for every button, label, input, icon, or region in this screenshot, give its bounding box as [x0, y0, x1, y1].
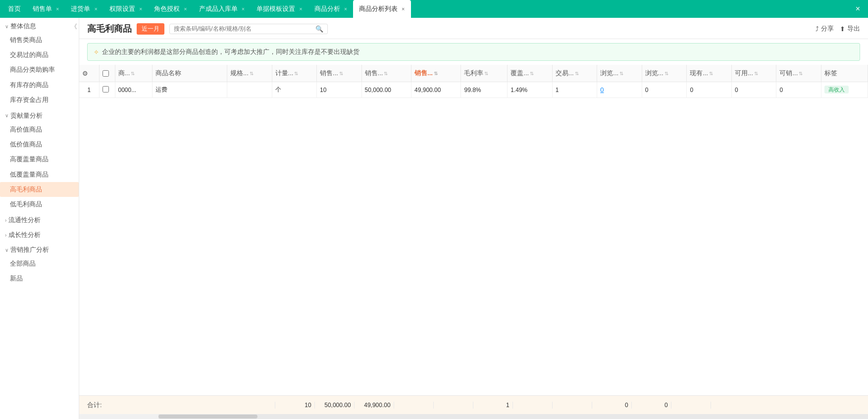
footer-sale-amount: 50,000.00 — [315, 402, 355, 409]
nav-close-sales[interactable]: × — [56, 0, 59, 18]
sidebar-group-growth[interactable]: › 成长性分析 — [0, 227, 79, 241]
col-name: 商品名称 — [152, 65, 227, 82]
search-icon[interactable]: 🔍 — [315, 25, 323, 33]
nav-product-analysis[interactable]: 商品分析 × — [308, 0, 353, 18]
sidebar-item-low-coverage[interactable]: 低覆盖量商品 — [0, 167, 79, 182]
nav-product-analysis-list[interactable]: 商品分析列表 × — [353, 0, 410, 18]
info-banner: ✧ 企业的主要的利润都是这部分商品创造的，可考虑加大推广，同时关注库存是不要出现… — [87, 43, 860, 61]
nav-close-roles[interactable]: × — [184, 0, 187, 18]
sidebar-item-high-value[interactable]: 高价值商品 — [0, 122, 79, 137]
row-saleable-stock: 0 — [776, 82, 821, 98]
row-view1[interactable]: 0 — [597, 82, 642, 98]
col-settings[interactable]: ⚙ — [79, 65, 99, 82]
col-current-stock[interactable]: 现有...⇅ — [687, 65, 732, 82]
top-nav: 首页 销售单 × 进货单 × 权限设置 × 角色授权 × 产成品入库单 × 单据… — [0, 0, 868, 18]
nav-close-product-analysis[interactable]: × — [344, 0, 347, 18]
sidebar: 《 ∨ 整体信息 销售类商品 交易过的商品 商品分类助购率 有库存的商品 库存资… — [0, 18, 79, 419]
sidebar-item-high-coverage[interactable]: 高覆盖量商品 — [0, 152, 79, 167]
nav-permissions[interactable]: 权限设置 × — [103, 0, 148, 18]
sidebar-item-sales-goods[interactable]: 销售类商品 — [0, 33, 79, 47]
footer-saleable-spacer — [671, 402, 711, 409]
nav-close-product-inbound[interactable]: × — [242, 0, 245, 18]
sidebar-item-traded-goods[interactable]: 交易过的商品 — [0, 47, 79, 62]
nav-close-purchase[interactable]: × — [94, 0, 97, 18]
sidebar-group-contribution[interactable]: ∨ 贡献量分析 — [0, 107, 79, 122]
row-tag: 高收入 — [821, 82, 868, 98]
nav-roles[interactable]: 角色授权 × — [148, 0, 193, 18]
col-tag: 标签 — [821, 65, 868, 82]
row-name: 运费 — [152, 82, 227, 98]
sidebar-item-stock-capital[interactable]: 库存资金占用 — [0, 93, 79, 107]
nav-template-settings[interactable]: 单据模板设置 × — [251, 0, 308, 18]
main-layout: 《 ∨ 整体信息 销售类商品 交易过的商品 商品分类助购率 有库存的商品 库存资… — [0, 18, 868, 419]
footer-view1-spacer — [513, 402, 553, 409]
col-gross-rate[interactable]: 毛利率⇅ — [461, 65, 508, 82]
row-sale-amount: 50,000.00 — [361, 82, 411, 98]
info-icon: ✧ — [94, 48, 99, 56]
horizontal-scrollbar[interactable] — [158, 415, 257, 419]
col-sku-code[interactable]: 商...⇅ — [115, 65, 152, 82]
footer-available-stock: 0 — [632, 402, 671, 409]
select-all-checkbox[interactable] — [102, 70, 109, 77]
footer-current-stock: 0 — [592, 402, 632, 409]
sidebar-item-all-goods[interactable]: 全部商品 — [0, 256, 79, 271]
row-select-checkbox[interactable] — [102, 86, 109, 93]
sidebar-group-liquidity-arrow: › — [5, 218, 6, 223]
col-coverage[interactable]: 覆盖...⇅ — [508, 65, 553, 82]
nav-close-template[interactable]: × — [299, 0, 302, 18]
row-current-stock: 0 — [687, 82, 732, 98]
col-checkbox — [99, 65, 115, 82]
row-index: 1 — [79, 82, 99, 98]
nav-home[interactable]: 首页 — [2, 0, 27, 18]
footer-total: 合计: 10 50,000.00 49,900.00 1 0 0 — [79, 395, 868, 414]
content-header: 高毛利商品 近一月 🔍 ⤴ 分享 ⬆ 导出 — [79, 18, 868, 39]
nav-product-inbound[interactable]: 产成品入库单 × — [193, 0, 251, 18]
row-sale-cost: 49,900.00 — [411, 82, 461, 98]
export-button[interactable]: ⬆ 导出 — [840, 24, 860, 33]
sidebar-group-liquidity[interactable]: › 流通性分析 — [0, 212, 79, 227]
time-filter-button[interactable]: 近一月 — [137, 23, 164, 35]
sidebar-item-low-value[interactable]: 低价值商品 — [0, 137, 79, 152]
col-unit[interactable]: 计量...⇅ — [272, 65, 317, 82]
col-sale-qty[interactable]: 销售...⇅ — [317, 65, 362, 82]
sidebar-group-marketing[interactable]: ∨ 营销推广分析 — [0, 241, 79, 256]
sidebar-item-new-goods[interactable]: 新品 — [0, 271, 79, 286]
col-saleable-stock[interactable]: 可销...⇅ — [776, 65, 821, 82]
row-trade-count: 1 — [552, 82, 597, 98]
share-button[interactable]: ⤴ 分享 — [816, 24, 834, 33]
sidebar-group-marketing-arrow: ∨ — [5, 247, 8, 253]
col-view1[interactable]: 浏览...⇅ — [597, 65, 642, 82]
sidebar-group-growth-arrow: › — [5, 233, 6, 238]
col-view2[interactable]: 浏览...⇅ — [642, 65, 687, 82]
col-available-stock[interactable]: 可用...⇅ — [731, 65, 776, 82]
row-coverage: 1.49% — [508, 82, 553, 98]
row-sale-qty: 10 — [317, 82, 362, 98]
page-title: 高毛利商品 — [87, 23, 132, 35]
sidebar-item-low-margin[interactable]: 低毛利商品 — [0, 197, 79, 212]
nav-close-product-analysis-list[interactable]: × — [402, 0, 405, 18]
nav-sales[interactable]: 销售单 × — [27, 0, 65, 18]
col-sale-amount[interactable]: 销售...⇅ — [361, 65, 411, 82]
row-available-stock: 0 — [731, 82, 776, 98]
header-actions: ⤴ 分享 ⬆ 导出 — [816, 24, 860, 33]
sidebar-item-category-rate[interactable]: 商品分类助购率 — [0, 62, 79, 77]
sidebar-item-in-stock-goods[interactable]: 有库存的商品 — [0, 78, 79, 93]
row-checkbox[interactable] — [99, 82, 115, 98]
search-input[interactable] — [174, 25, 312, 32]
footer-spacer — [107, 402, 275, 409]
nav-close-permissions[interactable]: × — [139, 0, 142, 18]
nav-purchase[interactable]: 进货单 × — [65, 0, 103, 18]
footer-label: 合计: — [87, 401, 102, 410]
col-trade[interactable]: 交易...⇅ — [552, 65, 597, 82]
sidebar-collapse-button[interactable]: 《 — [69, 22, 79, 32]
col-spec[interactable]: 规格...⇅ — [227, 65, 272, 82]
row-gross-rate: 99.8% — [461, 82, 508, 98]
footer-trade-count: 1 — [473, 402, 513, 409]
table-row: 1 0000... 运费 个 10 50,000.00 49,900.00 99… — [79, 82, 868, 98]
sidebar-item-high-margin[interactable]: 高毛利商品 — [0, 182, 79, 197]
row-sku-code: 0000... — [115, 82, 152, 98]
table-container: ⚙ 商...⇅ 商品名称 规格...⇅ — [79, 65, 868, 395]
sidebar-group-overall[interactable]: ∨ 整体信息 — [0, 18, 79, 33]
col-sale-cost[interactable]: 销售...⇅ — [411, 65, 461, 82]
window-close-button[interactable]: × — [850, 4, 866, 13]
